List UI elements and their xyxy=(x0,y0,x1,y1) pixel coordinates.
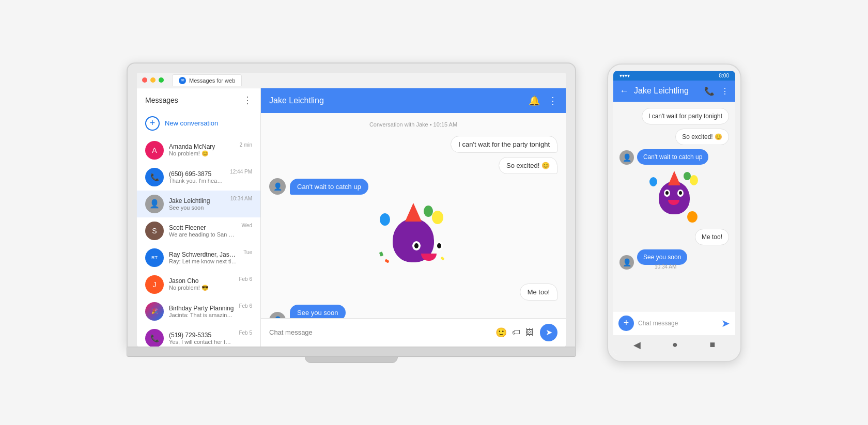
phone-message-input[interactable]: Chat message xyxy=(638,320,717,327)
image-icon[interactable]: 🖼 xyxy=(525,328,534,337)
chat-header-name: Jake Leichtling xyxy=(269,96,324,105)
message-row-sent-2: So excited! 😊 xyxy=(269,157,557,174)
laptop-stand xyxy=(305,357,398,363)
contact-item-phone1[interactable]: 📞 (650) 695-3875 Thank you. I'm heading … xyxy=(137,164,260,191)
contact-item-jake[interactable]: 👤 Jake Leichtling See you soon 10:34 AM xyxy=(137,191,260,217)
message-row-received-2: 👤 See you soon 10:34 AM xyxy=(269,305,557,318)
phone-send-button[interactable]: ➤ xyxy=(721,317,730,329)
phone-time: 8:00 xyxy=(719,73,729,78)
contact-item-amanda[interactable]: A Amanda McNary No problem! 😊 2 min xyxy=(137,137,260,164)
contact-time-jason: Feb 6 xyxy=(239,276,252,282)
sticker-area xyxy=(269,203,557,275)
chat-message-input[interactable] xyxy=(269,328,489,336)
monster-body xyxy=(393,218,434,262)
chat-more-icon[interactable]: ⋮ xyxy=(548,95,557,106)
contact-time-scott: Wed xyxy=(242,223,252,228)
phone-add-button[interactable]: + xyxy=(618,316,634,331)
new-conversation-label: New conversation xyxy=(165,119,218,127)
contact-info-jason: Jason Cho No problem! 😎 xyxy=(169,277,234,291)
avatar-ray: RT xyxy=(145,248,164,267)
contact-preview-scott: We are heading to San Francisco xyxy=(169,231,237,238)
avatar-scott: S xyxy=(145,222,164,240)
sidebar-header: Messages ⋮ xyxy=(137,88,260,112)
phone-sticker xyxy=(619,171,729,223)
balloon-yellow xyxy=(432,211,443,224)
laptop-content: Messages ⋮ + New conversation A Amand xyxy=(137,88,566,347)
contact-item-519[interactable]: 📞 (519) 729-5335 Yes, I will contact her… xyxy=(137,325,260,347)
phone-bubble-received-2: See you soon xyxy=(637,249,687,265)
chat-messages: Conversation with Jake • 10:15 AM I can'… xyxy=(261,113,566,318)
notification-icon[interactable]: 🔔 xyxy=(529,95,540,106)
chat-input-area: 🙂 🏷 🖼 ➤ xyxy=(261,318,566,347)
party-hat xyxy=(405,203,422,222)
message-row-sent-3: Me too! xyxy=(269,284,557,301)
message-row-received-1: 👤 Can't wait to catch up xyxy=(269,178,557,195)
contact-preview-jake: See you soon xyxy=(169,204,225,211)
contact-info-amanda: Amanda McNary No problem! 😊 xyxy=(169,143,235,157)
contact-time-519: Feb 5 xyxy=(239,330,252,336)
contact-preview-519: Yes, I will contact her tomorrow :) xyxy=(169,339,234,345)
phone-nav-home[interactable]: ● xyxy=(672,339,678,350)
contact-time-birthday: Feb 6 xyxy=(239,303,252,309)
phone-screen: ▾▾▾▾ 8:00 ← Jake Leichtling 📞 ⋮ I can't … xyxy=(613,71,735,355)
phone-msg-row-received-1: 👤 Can't wait to catch up xyxy=(619,149,729,165)
phone-message-time: 10:34 AM xyxy=(655,264,687,270)
avatar-jake: 👤 xyxy=(145,195,164,213)
contact-list: A Amanda McNary No problem! 😊 2 min 📞 xyxy=(137,137,260,347)
contact-info-birthday: Birthday Party Planning Jacinta: That is… xyxy=(169,305,234,318)
minimize-dot[interactable] xyxy=(150,77,156,83)
confetti-2 xyxy=(379,251,383,257)
contact-item-jason[interactable]: J Jason Cho No problem! 😎 Feb 6 xyxy=(137,271,260,298)
bubble-received-2: See you soon xyxy=(290,305,346,318)
confetti-1 xyxy=(384,259,389,263)
avatar-jason: J xyxy=(145,275,164,294)
contact-item-scott[interactable]: S Scott Fleener We are heading to San Fr… xyxy=(137,217,260,244)
bubble-sent-2: So excited! 😊 xyxy=(499,157,557,174)
conversation-label: Conversation with Jake • 10:15 AM xyxy=(269,121,557,128)
contact-name-amanda: Amanda McNary xyxy=(169,143,235,150)
maximize-dot[interactable] xyxy=(159,77,164,83)
phone-status-bar: ▾▾▾▾ 8:00 xyxy=(613,71,735,81)
contact-info-scott: Scott Fleener We are heading to San Fran… xyxy=(169,224,237,238)
contact-name-scott: Scott Fleener xyxy=(169,224,237,231)
contact-preview-ray: Ray: Let me know next time xyxy=(169,258,238,264)
contact-name-jake: Jake Leichtling xyxy=(169,197,225,204)
sidebar-more-icon[interactable]: ⋮ xyxy=(243,95,252,106)
phone-more-icon[interactable]: ⋮ xyxy=(721,86,729,96)
messages-tab-icon: ✉ xyxy=(179,77,186,84)
contact-time-ray: Tue xyxy=(243,249,252,255)
contact-info-ray: Ray Schwerdtner, Jason Tzou Ray: Let me … xyxy=(169,251,238,264)
chat-header: Jake Leichtling 🔔 ⋮ xyxy=(261,88,566,113)
sidebar: Messages ⋮ + New conversation A Amand xyxy=(137,88,261,347)
chat-avatar-jake-2: 👤 xyxy=(269,312,286,318)
avatar-amanda: A xyxy=(145,141,164,160)
avatar-phone1: 📞 xyxy=(145,168,164,186)
phone-header: ← Jake Leichtling 📞 ⋮ xyxy=(613,81,735,102)
sticker-icon[interactable]: 🏷 xyxy=(512,328,520,337)
contact-item-birthday[interactable]: 🎉 Birthday Party Planning Jacinta: That … xyxy=(137,298,260,325)
close-dot[interactable] xyxy=(142,77,147,83)
party-sticker xyxy=(377,203,450,275)
browser-tab[interactable]: ✉ Messages for web xyxy=(172,74,242,86)
phone-input-area: + Chat message ➤ xyxy=(613,311,735,335)
emoji-icon[interactable]: 🙂 xyxy=(495,327,507,338)
contact-name-birthday: Birthday Party Planning xyxy=(169,305,234,312)
phone-bubble-sent-1: I can't wait for party tonight xyxy=(642,108,729,124)
contact-preview-birthday: Jacinta: That is amazing, Jeremy xyxy=(169,312,234,318)
laptop-body: ✉ Messages for web Messages ⋮ + xyxy=(127,62,576,348)
monster-mouth xyxy=(421,254,437,261)
send-button[interactable]: ➤ xyxy=(540,324,557,341)
phone-nav-recent[interactable]: ■ xyxy=(709,339,715,350)
contact-item-ray[interactable]: RT Ray Schwerdtner, Jason Tzou Ray: Let … xyxy=(137,244,260,271)
phone-call-icon[interactable]: 📞 xyxy=(704,86,715,96)
bubble-sent-1: I can't wait for the party tonight xyxy=(451,136,557,153)
sidebar-title: Messages xyxy=(145,96,178,104)
chat-area: Jake Leichtling 🔔 ⋮ Conversation with Ja… xyxy=(261,88,566,347)
bubble-sent-3: Me too! xyxy=(520,284,557,301)
message-row-sent-1: I can't wait for the party tonight xyxy=(269,136,557,153)
main-scene: ✉ Messages for web Messages ⋮ + xyxy=(0,42,868,384)
avatar-birthday: 🎉 xyxy=(145,302,164,321)
phone-nav-back[interactable]: ◀ xyxy=(633,339,641,351)
phone-back-icon[interactable]: ← xyxy=(619,86,629,97)
new-conversation-button[interactable]: + New conversation xyxy=(137,112,260,135)
